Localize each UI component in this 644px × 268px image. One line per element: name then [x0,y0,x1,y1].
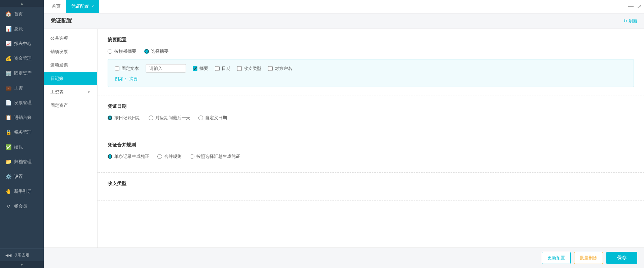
date-period-label: 对应期间最后一天 [155,115,190,121]
sidebar-label-home: 首页 [14,11,23,17]
salary-icon: 💼 [5,85,11,91]
sidebar-item-archive[interactable]: 📁归档管理 [0,154,44,169]
sidebar: ▲ 🏠首页📊总账📈报表中心💰资金管理🏢固定资产💼工资📄发票管理📋进销台账🔒税务管… [0,0,44,268]
sidebar-label-guide: 新手引导 [14,188,32,194]
update-preset-button[interactable]: 更新预置 [542,252,571,264]
refresh-button[interactable]: ↻ 刷新 [623,18,637,24]
summary-template-label: 按模板摘要 [114,48,136,54]
income-type-title: 收支类型 [108,181,634,187]
date-section: 凭证日期 按日记账日期 对应期间最后一天 自定义日期 [98,95,644,134]
summary-radio-template[interactable]: 按模板摘要 [108,48,136,54]
sidebar-label-salary: 工资 [14,85,23,91]
date-radio-period[interactable]: 对应期间最后一天 [149,115,190,121]
merge-radio-rule[interactable]: 合并规则 [157,153,182,160]
merge-summary-label: 按照选择汇总生成凭证 [196,153,240,160]
ledger-icon: 📊 [5,26,11,32]
left-nav-item-payroll[interactable]: 工资表▼ [44,85,97,99]
checkbox-date[interactable]: 日期 [215,65,230,72]
sidebar-item-assets[interactable]: 🏢固定资产 [0,66,44,81]
fixed-text-input[interactable] [146,64,186,73]
left-nav-label-payroll: 工资表 [50,89,64,95]
tab-close-icon[interactable]: × [91,4,94,9]
summary-radio-select[interactable]: 选择摘要 [144,48,168,54]
tab-bar: 首页 凭证配置 × — ⤢ [44,0,644,13]
sidebar-item-home[interactable]: 🏠首页 [0,7,44,21]
left-nav-item-journal[interactable]: 日记账 [44,72,97,85]
sidebar-item-ledger[interactable]: 📊总账 [0,21,44,36]
sales-icon: 📋 [5,115,11,121]
sidebar-label-tax: 税务管理 [14,129,32,135]
sidebar-scroll-up[interactable]: ▲ [0,0,44,7]
left-nav-item-fixed-assets[interactable]: 固定资产 [44,99,97,112]
left-nav-item-sale-invoice[interactable]: 销项发票 [44,45,97,58]
sidebar-cancel-pin[interactable]: ◀◀ 取消固定 [0,249,44,261]
left-nav: 公共选项销项发票进项发票日记账工资表▼固定资产 [44,29,98,248]
refresh-label: 刷新 [629,18,637,24]
tab-voucher-config[interactable]: 凭证配置 × [66,0,99,13]
checkbox-income-type[interactable]: 收支类型 [237,65,261,72]
merge-radio-summary[interactable]: 按照选择汇总生成凭证 [190,153,240,160]
home-icon: 🏠 [5,11,11,17]
tab-home[interactable]: 首页 [46,0,66,13]
full-page: 凭证配置 ↻ 刷新 公共选项销项发票进项发票日记账工资表▼固定资产 摘要配置 按… [44,13,644,268]
window-controls: — ⤢ [628,3,641,10]
maximize-button[interactable]: ⤢ [637,3,641,10]
date-section-title: 凭证日期 [108,103,634,109]
merge-radio-single[interactable]: 单条记录生成凭证 [108,153,149,160]
cancel-pin-label: 取消固定 [13,252,30,258]
date-radio-group: 按日记账日期 对应期间最后一天 自定义日期 [108,115,634,121]
sidebar-item-reports[interactable]: 📈报表中心 [0,36,44,51]
sidebar-item-tax[interactable]: 🔒税务管理 [0,125,44,140]
refresh-icon: ↻ [623,18,627,24]
merge-single-label: 单条记录生成凭证 [114,153,149,160]
batch-delete-button[interactable]: 批量删除 [574,252,603,264]
checkbox-fixed-text[interactable]: 固定文本 [115,65,139,72]
sidebar-item-sales[interactable]: 📋进销台账 [0,110,44,125]
save-button[interactable]: 保存 [606,252,637,264]
date-radio-custom[interactable]: 自定义日期 [198,115,227,121]
left-nav-item-purchase-invoice[interactable]: 进项发票 [44,58,97,72]
reports-icon: 📈 [5,41,11,47]
sidebar-item-close[interactable]: ✅结账 [0,140,44,154]
close-icon: ✅ [5,144,11,150]
checkbox-summary[interactable]: 摘要 [193,65,208,72]
sidebar-item-funds[interactable]: 💰资金管理 [0,51,44,66]
archive-icon: 📁 [5,159,11,165]
sidebar-label-funds: 资金管理 [14,55,32,61]
checkbox-counterparty[interactable]: 对方户名 [268,65,292,72]
pin-icon: ◀◀ [5,253,11,258]
left-nav-label-journal: 日记账 [50,76,64,82]
example-value: 摘要 [129,76,138,81]
active-tab-label: 凭证配置 [71,3,89,9]
date-journal-label: 按日记账日期 [114,115,141,121]
sidebar-item-invoices[interactable]: 📄发票管理 [0,95,44,110]
summary-config-box: 固定文本 摘要 日期 [108,59,634,87]
sidebar-item-member[interactable]: V畅会员 [0,199,44,214]
sidebar-item-salary[interactable]: 💼工资 [0,81,44,95]
left-nav-item-public[interactable]: 公共选项 [44,32,97,45]
bottom-bar: 更新预置 批量删除 保存 [44,248,644,268]
sidebar-label-sales: 进销台账 [14,115,32,121]
page-header: 凭证配置 ↻ 刷新 [44,13,644,29]
fixed-text-label: 固定文本 [121,65,139,72]
sidebar-item-settings[interactable]: ⚙️设置 [0,169,44,184]
summary-section: 摘要配置 按模板摘要 选择摘要 [98,29,644,95]
income-type-checkbox-label: 收支类型 [244,65,261,72]
date-radio-journal[interactable]: 按日记账日期 [108,115,141,121]
left-nav-label-sale-invoice: 销项发票 [50,49,68,55]
sidebar-label-reports: 报表中心 [14,41,32,47]
inner-layout: 公共选项销项发票进项发票日记账工资表▼固定资产 摘要配置 按模板摘要 选择摘要 [44,29,644,248]
merge-rule-label: 合并规则 [164,153,182,160]
merge-radio-group: 单条记录生成凭证 合并规则 按照选择汇总生成凭证 [108,153,634,160]
example-text: 例如： 摘要 [115,76,627,82]
guide-icon: 🤚 [5,188,11,194]
minimize-button[interactable]: — [628,3,634,10]
chevron-down-icon: ▼ [87,90,90,94]
sidebar-item-guide[interactable]: 🤚新手引导 [0,184,44,199]
right-content: 摘要配置 按模板摘要 选择摘要 [98,29,644,248]
sidebar-label-member: 畅会员 [14,203,27,209]
sidebar-scroll-down[interactable]: ▼ [0,261,44,268]
member-icon: V [5,204,11,209]
date-checkbox-label: 日期 [222,65,230,72]
funds-icon: 💰 [5,55,11,61]
